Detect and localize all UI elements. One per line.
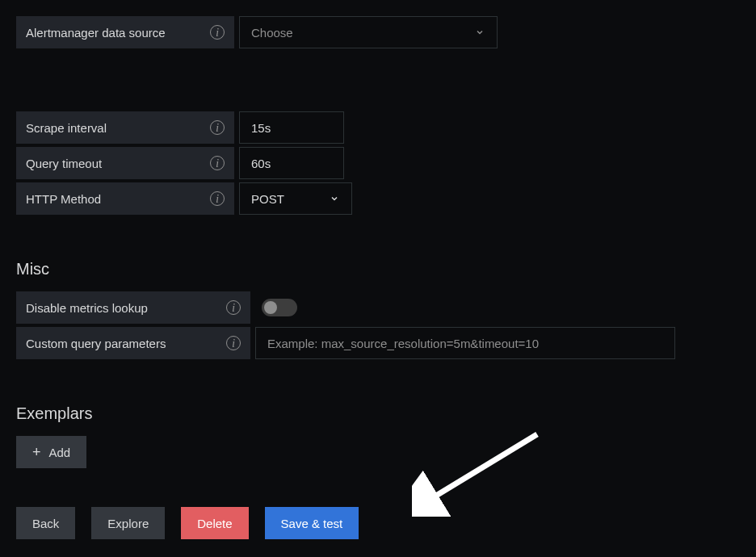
alertmanager-datasource-label: Alertmanager data source bbox=[26, 26, 166, 40]
alertmanager-datasource-select[interactable]: Choose bbox=[239, 16, 498, 48]
query-timeout-label: Query timeout bbox=[26, 157, 102, 170]
back-button[interactable]: Back bbox=[16, 507, 75, 539]
info-icon[interactable]: i bbox=[210, 191, 225, 206]
http-method-label-box: HTTP Method i bbox=[16, 182, 234, 215]
custom-query-params-row: Custom query parameters i bbox=[16, 327, 740, 359]
info-icon[interactable]: i bbox=[210, 25, 225, 40]
info-icon[interactable]: i bbox=[210, 156, 225, 170]
disable-metrics-lookup-row: Disable metrics lookup i bbox=[16, 291, 740, 324]
misc-heading: Misc bbox=[16, 260, 740, 278]
delete-button[interactable]: Delete bbox=[181, 507, 248, 539]
query-timeout-row: Query timeout i bbox=[16, 147, 740, 179]
query-timeout-input[interactable] bbox=[239, 147, 344, 179]
http-method-label: HTTP Method bbox=[26, 192, 101, 206]
scrape-interval-input[interactable] bbox=[239, 111, 344, 144]
http-method-select[interactable]: POST bbox=[239, 182, 352, 215]
svg-line-1 bbox=[428, 434, 537, 500]
disable-metrics-lookup-label: Disable metrics lookup bbox=[26, 301, 148, 315]
info-icon[interactable]: i bbox=[210, 120, 225, 135]
disable-metrics-lookup-label-box: Disable metrics lookup i bbox=[16, 291, 250, 324]
add-label: Add bbox=[49, 446, 71, 459]
alertmanager-datasource-label-box: Alertmanager data source i bbox=[16, 16, 234, 48]
scrape-interval-label-box: Scrape interval i bbox=[16, 111, 234, 144]
alertmanager-datasource-row: Alertmanager data source i Choose bbox=[16, 16, 740, 48]
scrape-interval-label: Scrape interval bbox=[26, 121, 107, 135]
query-timeout-label-box: Query timeout i bbox=[16, 147, 234, 179]
save-test-button[interactable]: Save & test bbox=[265, 507, 359, 539]
disable-metrics-lookup-toggle[interactable] bbox=[262, 299, 297, 316]
alertmanager-datasource-value: Choose bbox=[251, 26, 293, 40]
arrow-annotation bbox=[412, 428, 549, 517]
toggle-knob bbox=[264, 301, 277, 314]
custom-query-params-input[interactable] bbox=[255, 327, 675, 359]
custom-query-params-label-box: Custom query parameters i bbox=[16, 327, 250, 359]
http-method-value: POST bbox=[251, 192, 284, 206]
footer-buttons: Back Explore Delete Save & test bbox=[16, 507, 740, 539]
explore-button[interactable]: Explore bbox=[91, 507, 165, 539]
exemplars-heading: Exemplars bbox=[16, 404, 740, 423]
plus-icon: + bbox=[32, 444, 41, 461]
chevron-down-icon bbox=[474, 27, 485, 38]
scrape-interval-row: Scrape interval i bbox=[16, 111, 740, 144]
chevron-down-icon bbox=[329, 193, 340, 204]
http-method-row: HTTP Method i POST bbox=[16, 182, 740, 215]
add-exemplar-button[interactable]: + Add bbox=[16, 436, 86, 468]
info-icon[interactable]: i bbox=[226, 336, 241, 350]
info-icon[interactable]: i bbox=[226, 300, 241, 315]
custom-query-params-label: Custom query parameters bbox=[26, 337, 166, 350]
